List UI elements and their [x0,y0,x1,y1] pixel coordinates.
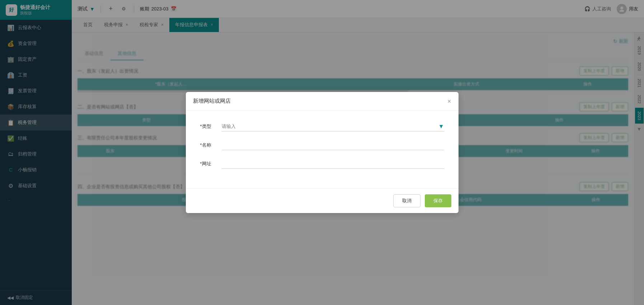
modal-footer: 取消 保存 [186,188,459,213]
cancel-button[interactable]: 取消 [393,194,420,207]
modal-close-button[interactable]: × [447,98,451,105]
modal-body: *类型 ▼ *名称 *网址 [186,111,459,188]
modal-overlay: 新增网站或网店 × *类型 ▼ *名称 *网址 [0,0,644,305]
form-label-url: *网址 [200,161,222,167]
form-label-name: *名称 [200,142,222,148]
form-label-type: *类型 [200,123,222,130]
form-row-url: *网址 [200,159,444,169]
url-input[interactable] [222,159,444,169]
form-row-name: *名称 [200,140,444,150]
type-select-input[interactable] [222,121,444,131]
modal-title: 新增网站或网店 [193,98,231,105]
save-button[interactable]: 保存 [425,194,451,207]
type-select-wrapper[interactable]: ▼ [222,121,444,131]
form-row-type: *类型 ▼ [200,121,444,131]
name-input[interactable] [222,140,444,150]
modal-header: 新增网站或网店 × [186,92,459,111]
type-dropdown-icon: ▼ [438,123,444,130]
add-website-modal: 新增网站或网店 × *类型 ▼ *名称 *网址 [186,92,459,213]
